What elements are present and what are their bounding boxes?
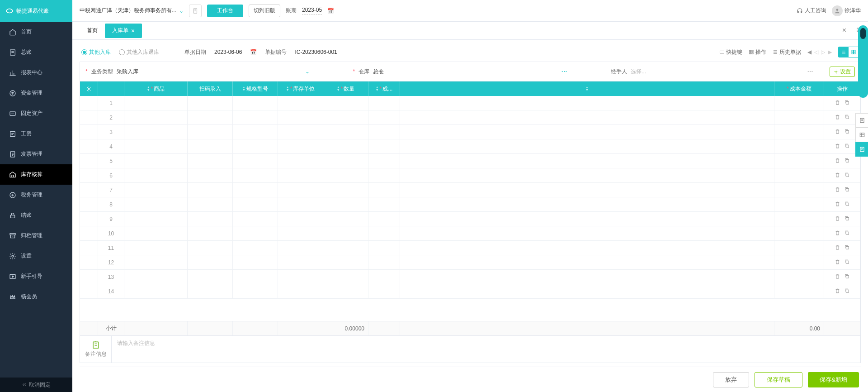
handler-input[interactable]: 选择...	[631, 68, 646, 76]
delete-row-icon[interactable]	[835, 273, 840, 281]
nav-vip[interactable]: 畅会员	[0, 287, 72, 307]
col-product[interactable]: ▲▼*商品	[124, 81, 188, 96]
tab-inbound[interactable]: 入库单×	[105, 24, 142, 38]
copy-row-icon[interactable]	[844, 114, 850, 121]
delete-row-icon[interactable]	[835, 230, 840, 237]
col-blank[interactable]: ▲▼	[400, 81, 774, 96]
copy-row-icon[interactable]	[844, 230, 850, 237]
copy-row-icon[interactable]	[844, 129, 850, 136]
calendar-icon[interactable]: 📅	[327, 8, 334, 14]
close-all-tabs[interactable]: ×	[842, 26, 846, 34]
tab-close-icon[interactable]: ×	[131, 28, 135, 34]
discard-button[interactable]: 放弃	[713, 372, 749, 387]
save-new-button[interactable]: 保存&新增	[808, 372, 859, 387]
table-row[interactable]: 14	[80, 284, 860, 299]
table-row[interactable]: 7	[80, 183, 860, 197]
warehouse-value[interactable]: 总仓	[373, 68, 400, 76]
copy-row-icon[interactable]	[844, 186, 850, 194]
nav-fund[interactable]: 资金管理	[0, 83, 72, 103]
nav-home[interactable]: 首页	[0, 22, 72, 42]
sidebar-collapse[interactable]: 取消固定	[0, 378, 72, 392]
remark-input[interactable]: 请输入备注信息	[112, 336, 860, 363]
copy-row-icon[interactable]	[844, 273, 850, 281]
nav-guide[interactable]: 新手引导	[0, 266, 72, 287]
tool-2[interactable]	[855, 128, 868, 142]
table-row[interactable]: 6	[80, 168, 860, 183]
copy-row-icon[interactable]	[844, 244, 850, 252]
table-row[interactable]: 13	[80, 270, 860, 284]
period-value[interactable]: 2023-05	[302, 7, 322, 14]
col-gear[interactable]	[80, 81, 98, 96]
page-next-icon[interactable]: ▷	[821, 49, 825, 55]
switch-old-button[interactable]: 切到旧版	[249, 5, 280, 17]
nav-ledger[interactable]: 总账	[0, 42, 72, 62]
nav-inventory[interactable]: 库存核算	[0, 164, 72, 185]
copy-row-icon[interactable]	[844, 158, 850, 165]
biztype-value[interactable]: 采购入库	[117, 68, 144, 76]
warehouse-more-icon[interactable]: ···	[561, 68, 567, 75]
side-slider[interactable]	[858, 25, 868, 98]
slider-knob[interactable]	[860, 28, 866, 39]
nav-settings[interactable]: 设置	[0, 246, 72, 266]
radio-other-return[interactable]: 其他入库退库	[119, 48, 159, 56]
tab-home[interactable]: 首页	[80, 24, 105, 38]
doc-date-value[interactable]: 2023-06-06	[214, 49, 242, 55]
delete-row-icon[interactable]	[835, 244, 840, 252]
delete-row-icon[interactable]	[835, 215, 840, 223]
support-link[interactable]: 人工咨询	[797, 7, 826, 14]
table-row[interactable]: 5	[80, 154, 860, 168]
copy-row-icon[interactable]	[844, 288, 850, 295]
user-menu[interactable]: 徐泽华	[832, 5, 861, 16]
settings-button[interactable]: 设置	[830, 67, 855, 77]
delete-row-icon[interactable]	[835, 186, 840, 194]
biztype-dropdown-icon[interactable]: ⌄	[305, 68, 310, 75]
table-row[interactable]: 12	[80, 255, 860, 270]
nav-tax[interactable]: 税务管理	[0, 185, 72, 205]
delete-row-icon[interactable]	[835, 129, 840, 136]
nav-invoice[interactable]: 发票管理	[0, 144, 72, 164]
col-qty[interactable]: ▲▼*数量	[323, 81, 368, 96]
col-cost[interactable]: ▲▼*成...	[368, 81, 400, 96]
nav-asset[interactable]: 固定资产	[0, 103, 72, 124]
delete-row-icon[interactable]	[835, 201, 840, 208]
col-cost-amt[interactable]: *成本金额	[774, 81, 824, 96]
nav-archive[interactable]: 归档管理	[0, 225, 72, 246]
table-row[interactable]: 11	[80, 241, 860, 255]
col-spec[interactable]: ▲▼规格型号	[233, 81, 278, 96]
operate-link[interactable]: 操作	[749, 48, 766, 56]
copy-row-icon[interactable]	[844, 215, 850, 223]
table-row[interactable]: 8	[80, 197, 860, 212]
save-draft-button[interactable]: 保存草稿	[755, 372, 802, 387]
delete-row-icon[interactable]	[835, 259, 840, 266]
view-grid-icon[interactable]	[849, 47, 859, 57]
tool-3[interactable]	[855, 142, 868, 157]
delete-row-icon[interactable]	[835, 143, 840, 150]
delete-row-icon[interactable]	[835, 158, 840, 165]
col-scan[interactable]: 扫码录入	[188, 81, 233, 96]
shortcut-link[interactable]: 快捷键	[719, 48, 742, 56]
table-row[interactable]: 9	[80, 212, 860, 226]
date-picker-icon[interactable]: 📅	[250, 49, 257, 55]
copy-row-icon[interactable]	[844, 172, 850, 179]
tool-1[interactable]	[855, 113, 868, 128]
delete-row-icon[interactable]	[835, 288, 840, 295]
nav-salary[interactable]: 工资	[0, 124, 72, 144]
doc-icon-btn[interactable]	[189, 5, 202, 17]
history-link[interactable]: 历史单据	[773, 48, 801, 56]
delete-row-icon[interactable]	[835, 114, 840, 121]
page-first-icon[interactable]: ◀	[807, 49, 811, 55]
workbench-button[interactable]: 工作台	[207, 5, 243, 17]
table-row[interactable]: 1	[80, 96, 860, 110]
table-row[interactable]: 3	[80, 125, 860, 139]
nav-report[interactable]: 报表中心	[0, 62, 72, 83]
delete-row-icon[interactable]	[835, 100, 840, 107]
copy-row-icon[interactable]	[844, 100, 850, 107]
view-list-icon[interactable]	[839, 47, 849, 57]
delete-row-icon[interactable]	[835, 172, 840, 179]
copy-row-icon[interactable]	[844, 143, 850, 150]
nav-closing[interactable]: 结账	[0, 205, 72, 225]
copy-row-icon[interactable]	[844, 259, 850, 266]
company-selector[interactable]: 中税网通广泽（天津）税务师事务所有... ⌄	[80, 7, 184, 14]
handler-more-icon[interactable]: ···	[807, 68, 813, 75]
table-row[interactable]: 4	[80, 139, 860, 154]
